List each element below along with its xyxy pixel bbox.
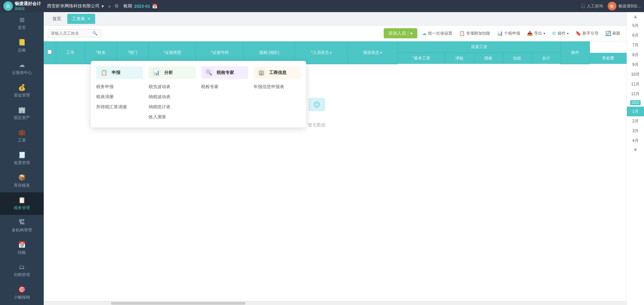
top-icons-area: + ⚙ <box>108 3 119 9</box>
operation-icon: ⚙ <box>552 31 556 36</box>
guide-btn[interactable]: 🔖 新手引导 <box>573 29 601 38</box>
panel-nav-down[interactable]: ▼ <box>632 146 640 154</box>
refresh-btn[interactable]: 🔄 刷新 <box>603 29 622 38</box>
search-input[interactable] <box>51 31 91 36</box>
horizontal-scrollbar[interactable] <box>44 301 627 305</box>
menu-tax-burden[interactable]: 税负波动表 <box>149 82 196 92</box>
calendar-icon[interactable]: 📅 <box>152 4 157 9</box>
social-insurance-btn[interactable]: ☁ 统一社保设置 <box>420 29 454 38</box>
operation-btn[interactable]: ⚙ 操作 ▾ <box>550 29 571 38</box>
th-status: *人员状态 ▾ <box>295 41 348 64</box>
sidebar-item-multi-org[interactable]: 🏗 多机构管理 <box>0 215 44 237</box>
export-btn[interactable]: 📤 导出 ▾ <box>525 29 547 38</box>
month-6[interactable]: 6月 <box>627 31 644 40</box>
menu-tax-stats[interactable]: 纳税统计表 <box>149 102 196 112</box>
month-4[interactable]: 4月 <box>627 136 644 146</box>
menu-tax-wave[interactable]: 纳税波动表 <box>149 92 196 102</box>
search-icon[interactable]: 🔍 <box>92 31 98 36</box>
month-7[interactable]: 7月 <box>627 40 644 50</box>
sidebar-label-fund: 资金管理 <box>14 92 30 98</box>
sidebar-item-ledger[interactable]: 📒 总账 <box>0 35 44 57</box>
section-header-gongsh: 🏢 工商信息 <box>254 66 301 79</box>
th-checkbox[interactable] <box>44 41 56 64</box>
company-name: 西安虾米网络科技有限公司 <box>47 3 100 9</box>
logo-area: 会 畅捷通好会计 旗舰版 <box>3 1 47 11</box>
section-header-shenb: 📋 申报 <box>96 66 143 79</box>
add-btn-dropdown-icon[interactable]: ▾ <box>408 31 413 36</box>
help-btn[interactable]: 🎧 人工咨询 <box>580 3 603 9</box>
inventory-icon: 📦 <box>18 174 26 181</box>
dropdown-section-gongsh: 🏢 工商信息 年报信息申报表 <box>254 66 301 122</box>
operation-dropdown-icon[interactable]: ▾ <box>567 32 569 35</box>
company-dropdown-icon[interactable]: ▾ <box>102 4 104 9</box>
menu-tax-report[interactable]: 税务申报 <box>96 82 143 92</box>
menu-annual-report[interactable]: 年报信息申报表 <box>254 82 301 92</box>
app-edition: 旗舰版 <box>15 6 41 11</box>
th-pension: 养老费 <box>590 53 626 64</box>
month-8[interactable]: 8月 <box>627 50 644 60</box>
menu-income-calc[interactable]: 收入测算 <box>149 112 196 122</box>
assets-icon: 🏢 <box>18 106 26 114</box>
sidebar-item-fund[interactable]: 💰 资金管理 <box>0 80 44 102</box>
period-area: 账期 2023-01 📅 <box>123 3 158 9</box>
content-area: 首页 工资表 ✕ 🔍 添加人员 ▾ ☁ 统一社保设置 📋 <box>44 12 627 305</box>
menu-tax-expert[interactable]: 税检专家 <box>201 82 248 92</box>
month-3[interactable]: 3月 <box>627 126 644 136</box>
company-selector[interactable]: 西安虾米网络科技有限公司 ▾ <box>47 3 104 9</box>
panel-nav-up[interactable]: ▲ <box>632 12 640 21</box>
fenx-title: 分析 <box>164 70 173 76</box>
settings-icon-btn[interactable]: ⚙ <box>114 3 119 9</box>
tab-home[interactable]: 首页 <box>48 14 66 24</box>
add-icon-btn[interactable]: + <box>108 3 111 9</box>
sidebar-label-cloud: 云报表中心 <box>12 70 32 76</box>
section-header-fenx: 📊 分析 <box>149 66 196 79</box>
sidebar-item-inventory[interactable]: 📦 库存核算 <box>0 170 44 192</box>
sidebar-item-salary[interactable]: 💼 工资 <box>0 125 44 147</box>
menu-income-tax[interactable]: 所得税汇算清缴 <box>96 102 143 112</box>
select-all-checkbox[interactable] <box>47 50 52 54</box>
month-5[interactable]: 5月 <box>627 21 644 31</box>
th-emp-id: 工号 <box>56 41 85 64</box>
scroll-thumb[interactable] <box>111 302 245 305</box>
month-12[interactable]: 12月 <box>627 89 644 99</box>
report-filter-icon[interactable]: ▾ <box>380 51 382 54</box>
guide-action-icon: 🔖 <box>575 31 581 36</box>
tab-close-salary[interactable]: ✕ <box>87 16 90 21</box>
th-payroll-group: 应发工资 <box>397 41 561 53</box>
toolbar: 🔍 添加人员 ▾ ☁ 统一社保设置 📋 专项附加扣除 📊 个税申报 📤 导出 <box>44 26 627 41</box>
tax-report-btn[interactable]: 📊 个税申报 <box>495 29 522 38</box>
month-9[interactable]: 9月 <box>627 60 644 70</box>
status-filter-icon[interactable]: ▾ <box>330 51 332 54</box>
sidebar-item-invoice[interactable]: 🧾 发票管理 <box>0 147 44 170</box>
add-employee-button[interactable]: 添加人员 ▾ <box>384 28 417 38</box>
tab-salary[interactable]: 工资表 ✕ <box>67 14 95 24</box>
special-deduction-btn[interactable]: 📋 专项附加扣除 <box>457 29 492 38</box>
menu-tax-table[interactable]: 税表清册 <box>96 92 143 102</box>
sidebar-item-assets[interactable]: 🏢 固定资产 <box>0 102 44 125</box>
sidebar-item-home[interactable]: ⊞ 首页 <box>0 12 44 35</box>
home-icon: ⊞ <box>20 16 25 24</box>
sidebar-item-promo[interactable]: 🎯 小畅报销 <box>0 282 44 304</box>
sidebar-label-multi-org: 多机构管理 <box>12 227 32 233</box>
month-1-active[interactable]: 1月 <box>627 107 644 116</box>
year-2023-label: 2023 <box>630 100 640 105</box>
period-value[interactable]: 2023-01 <box>134 4 150 9</box>
main-layout: ⊞ 首页 📒 总账 ☁ 云报表中心 💰 资金管理 🏢 固定资产 💼 工资 🧾 发… <box>0 12 644 305</box>
sidebar-item-cloud-report[interactable]: ☁ 云报表中心 <box>0 57 44 80</box>
user-area[interactable]: 畅 畅捷通B组... <box>608 2 641 10</box>
month-2[interactable]: 2月 <box>627 116 644 126</box>
special-deduction-icon: 📋 <box>459 31 465 36</box>
sidebar-item-archive[interactable]: 🗂 归档管理 <box>0 260 44 282</box>
export-dropdown-icon[interactable]: ▾ <box>543 32 545 35</box>
tax-icon: 📋 <box>18 196 26 204</box>
shuij-icon: 🔍 <box>204 68 214 78</box>
app-name: 畅捷通好会计 <box>15 1 41 6</box>
sidebar-label-promo: 小畅报销 <box>14 295 30 300</box>
month-11[interactable]: 11月 <box>627 79 644 89</box>
promo-icon: 🎯 <box>18 286 26 293</box>
sidebar-label-archive: 归档管理 <box>14 272 30 278</box>
sidebar-item-period-end[interactable]: 📅 结账 <box>0 237 44 260</box>
fenx-icon: 📊 <box>151 68 161 78</box>
month-10[interactable]: 10月 <box>627 70 644 79</box>
sidebar-item-tax[interactable]: 📋 税务管理 <box>0 192 44 215</box>
